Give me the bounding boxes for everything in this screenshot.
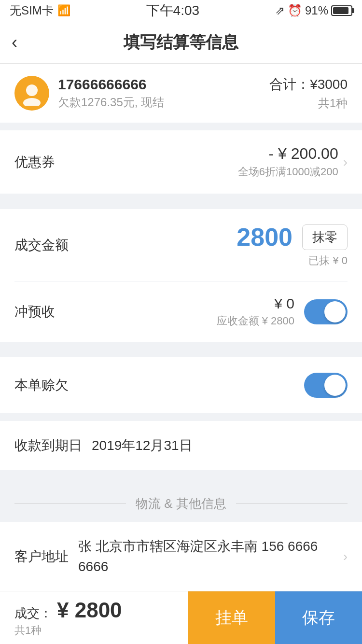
prepay-amount-group: ¥ 0 应收金额 ¥ 2800 [217, 295, 294, 328]
nav-bar: ‹ 填写结算等信息 [0, 21, 362, 64]
address-value: 张 北京市市辖区海淀区永丰南 156 6666 6666 [78, 536, 343, 577]
wifi-icon: 📶 [57, 4, 70, 17]
deal-section: 成交金额 2800 抹零 已抹 ¥ 0 冲预收 ¥ 0 应收金额 ¥ 2800 [0, 209, 362, 342]
save-label: 保存 [302, 607, 335, 629]
total-amount: 合计：¥3000 [269, 75, 348, 94]
carrier-text: 无SIM卡 [10, 3, 54, 18]
prepay-sub: 应收金额 ¥ 2800 [217, 314, 294, 328]
status-right: ⇗ ⏰ 91% [275, 4, 352, 17]
bottom-deal-row: 成交： ¥ 2800 [14, 598, 174, 622]
address-label: 客户地址 [14, 547, 69, 566]
round-zero-button[interactable]: 抹零 [302, 224, 348, 250]
coupon-row[interactable]: 优惠券 - ¥ 200.00 全场6折满1000减200 › [0, 130, 362, 194]
deal-value-group: 2800 抹零 [237, 223, 348, 252]
logistics-line-right [236, 504, 348, 504]
svg-point-0 [26, 84, 38, 96]
debt-label: 本单赊欠 [14, 376, 69, 394]
debt-row: 本单赊欠 [14, 357, 348, 413]
avatar [14, 76, 49, 111]
section-divider-2 [0, 342, 362, 350]
back-button[interactable]: ‹ [12, 32, 17, 53]
section-divider-1 [0, 201, 362, 209]
address-chevron-icon: › [343, 549, 348, 564]
svg-point-1 [23, 98, 41, 106]
customer-phone: 17666666666 [58, 76, 164, 93]
prepay-amount: ¥ 0 [217, 295, 294, 312]
chevron-right-icon: › [343, 154, 348, 170]
status-left: 无SIM卡 📶 [10, 3, 70, 18]
deal-amount-label: 成交金额 [14, 236, 69, 254]
pending-label: 挂单 [215, 607, 248, 629]
deal-amount-value: 2800 [237, 223, 292, 252]
customer-info-card: 17666666666 欠款1276.35元, 现结 合计：¥3000 共1种 [0, 64, 362, 123]
address-row[interactable]: 客户地址 张 北京市市辖区海淀区永丰南 156 6666 6666 › [14, 522, 348, 591]
coupon-info: - ¥ 200.00 全场6折满1000减200 [238, 145, 338, 179]
status-bar: 无SIM卡 📶 下午4:03 ⇗ ⏰ 91% [0, 0, 362, 21]
customer-left: 17666666666 欠款1276.35元, 现结 [14, 76, 164, 111]
logistics-text: 物流 & 其他信息 [136, 495, 226, 512]
status-time: 下午4:03 [146, 1, 200, 20]
coupon-amount: - ¥ 200.00 [238, 145, 338, 163]
debt-section: 本单赊欠 [0, 357, 362, 413]
logistics-divider: 物流 & 其他信息 [0, 486, 362, 522]
coupon-right: - ¥ 200.00 全场6折满1000减200 › [238, 145, 348, 179]
location-icon: ⇗ [275, 4, 285, 17]
bottom-summary: 成交： ¥ 2800 共1种 [0, 598, 188, 638]
logistics-line-left [14, 504, 126, 504]
bottom-deal-count: 共1种 [14, 623, 174, 638]
save-button[interactable]: 保存 [275, 591, 362, 644]
battery-percent: 91% [305, 4, 328, 17]
prepay-toggle[interactable] [304, 299, 348, 324]
due-date-label: 收款到期日 [14, 436, 82, 455]
due-date-section: 收款到期日 2019年12月31日 [0, 421, 362, 470]
debt-toggle[interactable] [304, 373, 348, 398]
due-date-row: 收款到期日 2019年12月31日 [14, 421, 348, 470]
prepay-right: ¥ 0 应收金额 ¥ 2800 [217, 295, 348, 328]
deal-sub-text: 已抹 ¥ 0 [237, 253, 348, 268]
battery-fill [333, 7, 348, 14]
coupon-label: 优惠券 [14, 153, 55, 171]
prepay-label: 冲预收 [14, 303, 55, 321]
due-date-value: 2019年12月31日 [92, 436, 193, 455]
page-title: 填写结算等信息 [124, 31, 238, 54]
coupon-desc: 全场6折满1000减200 [238, 165, 338, 179]
section-divider-3 [0, 470, 362, 478]
deal-amount-row: 成交金额 2800 抹零 已抹 ¥ 0 [14, 209, 348, 282]
bottom-deal-amount: ¥ 2800 [57, 598, 122, 622]
customer-details: 17666666666 欠款1276.35元, 现结 [58, 76, 164, 110]
alarm-icon: ⏰ [288, 4, 302, 17]
battery-icon [331, 5, 352, 16]
prepay-row: 冲预收 ¥ 0 应收金额 ¥ 2800 [14, 282, 348, 342]
debt-toggle-knob [324, 375, 346, 396]
address-section: 客户地址 张 北京市市辖区海淀区永丰南 156 6666 6666 › [0, 522, 362, 591]
bottom-bar: 成交： ¥ 2800 共1种 挂单 保存 [0, 591, 362, 644]
content: 17666666666 欠款1276.35元, 现结 合计：¥3000 共1种 … [0, 64, 362, 644]
total-count: 共1种 [269, 96, 348, 111]
prepay-toggle-knob [324, 301, 346, 322]
pending-button[interactable]: 挂单 [188, 591, 275, 644]
customer-total: 合计：¥3000 共1种 [269, 75, 348, 111]
customer-debt-info: 欠款1276.35元, 现结 [58, 95, 164, 110]
bottom-deal-label: 成交： [14, 605, 52, 622]
